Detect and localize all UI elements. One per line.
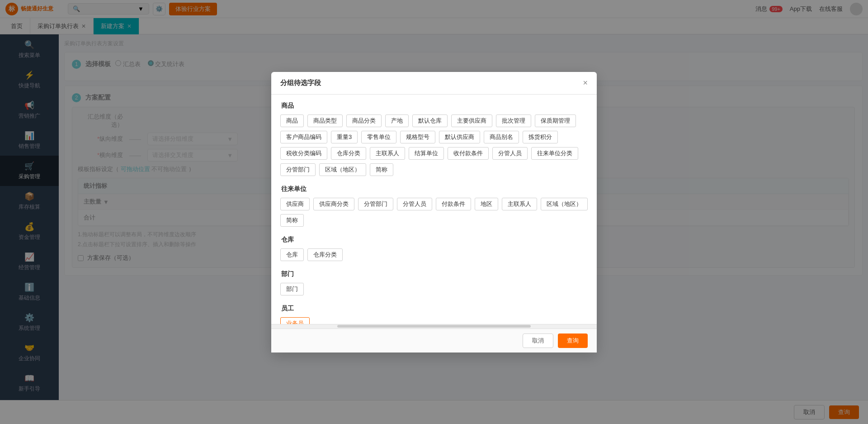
field-pay-terms[interactable]: 付款条件 [436,198,471,210]
field-pick-points[interactable]: 拣货积分 [523,131,558,143]
field-main-supplier[interactable]: 主要供应商 [451,114,492,127]
field-origin[interactable]: 产地 [385,114,409,127]
modal-close-button[interactable]: × [583,78,588,88]
field-tax-code[interactable]: 税收分类编码 [280,147,327,160]
field-main-contact[interactable]: 主联系人 [370,147,405,160]
field-weight3[interactable]: 重量3 [331,131,358,143]
hscroll-thumb [337,325,530,328]
field-settlement-unit[interactable]: 结算单位 [409,147,444,160]
field-selector-modal: 分组待选字段 × 商品 商品 商品类型 商品分类 产地 默认仓库 主要供应商 批… [271,72,597,353]
section-goods: 商品 商品 商品类型 商品分类 产地 默认仓库 主要供应商 批次管理 保质期管理… [280,102,588,176]
modal-body: 商品 商品 商品类型 商品分类 产地 默认仓库 主要供应商 批次管理 保质期管理… [271,95,597,324]
modal-footer: 取消 查询 [271,329,597,353]
section-warehouse: 仓库 仓库 仓库分类 [280,236,588,261]
field-region-goods[interactable]: 区域（地区） [319,163,366,176]
field-department[interactable]: 部门 [280,283,304,295]
field-abbr-goods[interactable]: 简称 [370,163,393,176]
field-spec-model[interactable]: 规格型号 [400,131,435,143]
modal-overlay: 分组待选字段 × 商品 商品 商品类型 商品分类 产地 默认仓库 主要供应商 批… [0,0,868,424]
section-goods-title: 商品 [280,102,588,110]
field-payment-terms[interactable]: 收付款条件 [448,147,489,160]
field-warehouse-category[interactable]: 仓库分类 [331,147,366,160]
modal-cancel-button[interactable]: 取消 [523,333,553,348]
field-supplier[interactable]: 供应商 [280,198,310,210]
section-department-fields: 部门 [280,283,588,295]
field-default-warehouse[interactable]: 默认仓库 [412,114,448,127]
field-partner-category[interactable]: 往来单位分类 [531,147,578,160]
section-partners-title: 往来单位 [280,185,588,193]
field-expiry-mgmt[interactable]: 保质期管理 [535,114,576,127]
field-region-partner[interactable]: 区域（地区） [541,198,588,210]
field-default-supplier[interactable]: 默认供应商 [439,131,480,143]
field-goods-type[interactable]: 商品类型 [307,114,343,127]
field-warehouse[interactable]: 仓库 [280,248,304,261]
modal-header: 分组待选字段 × [271,72,597,95]
field-warehouse-cat[interactable]: 仓库分类 [307,248,343,261]
section-warehouse-title: 仓库 [280,236,588,244]
field-batch-mgmt[interactable]: 批次管理 [496,114,531,127]
field-customer-code[interactable]: 客户商品编码 [280,131,327,143]
section-employee: 员工 业务员 [280,305,588,324]
field-dept[interactable]: 分管部门 [280,163,316,176]
field-area[interactable]: 地区 [475,198,498,210]
section-department: 部门 部门 [280,270,588,295]
modal-hscroll [271,324,597,329]
field-supplier-cat[interactable]: 供应商分类 [313,198,354,210]
modal-title: 分组待选字段 [280,79,321,87]
field-person-partner[interactable]: 分管人员 [397,198,432,210]
field-goods-category[interactable]: 商品分类 [346,114,382,127]
section-employee-title: 员工 [280,305,588,313]
field-abbr-partner[interactable]: 简称 [280,214,304,227]
section-warehouse-fields: 仓库 仓库分类 [280,248,588,261]
field-manager[interactable]: 分管人员 [492,147,528,160]
field-main-contact-partner[interactable]: 主联系人 [502,198,537,210]
section-department-title: 部门 [280,270,588,278]
field-goods[interactable]: 商品 [280,114,304,127]
modal-confirm-button[interactable]: 查询 [558,333,588,348]
field-goods-alias[interactable]: 商品别名 [484,131,519,143]
section-partners-fields: 供应商 供应商分类 分管部门 分管人员 付款条件 地区 主联系人 区域（地区） … [280,198,588,227]
section-employee-fields: 业务员 [280,317,588,324]
section-partners: 往来单位 供应商 供应商分类 分管部门 分管人员 付款条件 地区 主联系人 区域… [280,185,588,227]
section-goods-fields: 商品 商品类型 商品分类 产地 默认仓库 主要供应商 批次管理 保质期管理 客户… [280,114,588,176]
field-salesperson[interactable]: 业务员 [280,317,310,324]
field-retail-unit[interactable]: 零售单位 [361,131,396,143]
field-dept-partner[interactable]: 分管部门 [358,198,393,210]
